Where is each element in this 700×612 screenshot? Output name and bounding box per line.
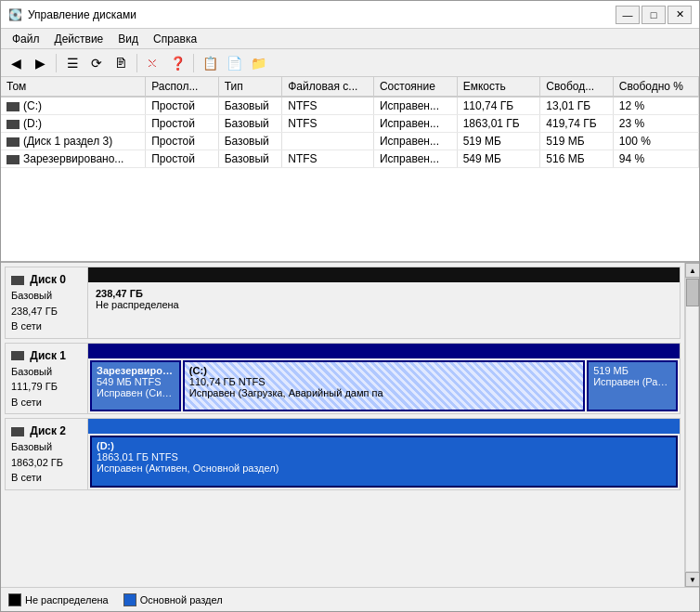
disk-row-disk2: Диск 2 Базовый 1863,02 ГБ В сети (D:) 18…: [5, 418, 681, 490]
partition-disk1-2[interactable]: 519 МБ Исправен (Раздел во: [587, 360, 678, 412]
col-layout[interactable]: Распол...: [146, 77, 218, 97]
bottom-area: Диск 0 Базовый 238,47 ГБ В сети 238,47 Г…: [1, 263, 699, 587]
legend-label-unallocated: Не распределена: [25, 594, 109, 605]
scroll-up-button[interactable]: ▲: [685, 263, 699, 278]
close-button[interactable]: ✕: [668, 6, 692, 24]
disk-type-disk1: Базовый: [11, 364, 82, 380]
tool3-button[interactable]: 📁: [247, 52, 269, 74]
disk-content-disk2: (D:) 1863,01 ГБ NTFS Исправен (Активен, …: [88, 418, 681, 490]
col-status[interactable]: Состояние: [373, 77, 457, 97]
table-row[interactable]: (D:) Простой Базовый NTFS Исправен... 18…: [1, 115, 699, 133]
legend-label-primary: Основной раздел: [140, 594, 223, 605]
cell-name: (Диск 1 раздел 3): [1, 133, 146, 150]
disk-header-bar-disk1: [88, 344, 680, 358]
partition-size-disk1-2: 519 МБ: [593, 365, 671, 376]
disk-type-disk0: Базовый: [11, 288, 82, 304]
disk-panels: Диск 0 Базовый 238,47 ГБ В сети 238,47 Г…: [1, 263, 684, 587]
cell-freepct: 94 %: [613, 150, 698, 168]
forward-button[interactable]: ▶: [29, 52, 51, 74]
disk-type-disk2: Базовый: [11, 439, 82, 455]
partition-status-disk2-0: Исправен (Активен, Основной раздел): [97, 462, 671, 474]
disk-header-bar-disk2: [88, 419, 680, 434]
cell-layout: Простой: [146, 133, 218, 150]
table-row[interactable]: (Диск 1 раздел 3) Простой Базовый Исправ…: [1, 133, 699, 150]
disk-size-disk0: 238,47 ГБ: [11, 304, 82, 319]
show-list-button[interactable]: ☰: [61, 52, 84, 74]
properties-button[interactable]: 🖹: [110, 52, 132, 74]
cell-layout: Простой: [146, 97, 218, 115]
table-row[interactable]: Зарезервировано... Простой Базовый NTFS …: [1, 150, 699, 168]
row-disk-icon: [6, 137, 19, 147]
scroll-down-button[interactable]: ▼: [685, 572, 699, 587]
top-panel: Том Распол... Тип Файловая с... Состояни…: [1, 77, 699, 263]
partition-status-disk1-1: Исправен (Загрузка, Аварийный дамп па: [189, 387, 578, 398]
main-content: Том Распол... Тип Файловая с... Состояни…: [1, 77, 699, 611]
col-type[interactable]: Тип: [218, 77, 282, 97]
help-toolbar-button[interactable]: ❓: [166, 52, 188, 74]
cell-capacity: 110,74 ГБ: [457, 97, 540, 115]
toolbar: ◀ ▶ ☰ ⟳ 🖹 ⛌ ❓ 📋 📄 📁: [1, 49, 699, 77]
disk-size-disk2: 1863,02 ГБ: [11, 455, 82, 471]
menu-help[interactable]: Справка: [146, 31, 204, 47]
window-title: Управление дисками: [28, 8, 136, 21]
disk-status-disk2: В сети: [11, 470, 82, 486]
disk-label-disk1: Диск 1 Базовый 111,79 ГБ В сети: [5, 343, 88, 415]
cell-fs: NTFS: [282, 150, 374, 168]
partition-name-disk1-0: Зарезервировано с...: [97, 365, 175, 376]
toolbar-sep-2: [136, 54, 137, 72]
title-bar-controls: — □ ✕: [616, 6, 692, 24]
vertical-scrollbar[interactable]: ▲ ▼: [684, 263, 699, 587]
table-row[interactable]: (C:) Простой Базовый NTFS Исправен... 11…: [1, 97, 699, 115]
cell-capacity: 1863,01 ГБ: [457, 115, 540, 133]
menu-bar: Файл Действие Вид Справка: [1, 29, 699, 49]
partition-disk0-unallocated[interactable]: 238,47 ГБНе распределена: [88, 282, 680, 338]
col-free[interactable]: Свобод...: [540, 77, 613, 97]
menu-view[interactable]: Вид: [110, 31, 146, 47]
table-header-row: Том Распол... Тип Файловая с... Состояни…: [1, 77, 699, 97]
refresh-button[interactable]: ⟳: [85, 52, 108, 74]
col-capacity[interactable]: Емкость: [457, 77, 540, 97]
minimize-button[interactable]: —: [616, 6, 640, 24]
volumes-table: Том Распол... Тип Файловая с... Состояни…: [1, 77, 699, 168]
disk-status-disk1: В сети: [11, 395, 82, 410]
maximize-button[interactable]: □: [642, 6, 666, 24]
col-freepct[interactable]: Свободно %: [613, 77, 698, 97]
legend-box-primary: [123, 593, 136, 606]
cell-status: Исправен...: [373, 133, 457, 150]
partitions-disk1: Зарезервировано с... 549 МБ NTFS Исправе…: [88, 358, 680, 414]
disk-icon-disk1: [11, 351, 24, 360]
tool1-button[interactable]: 📋: [199, 52, 221, 74]
disk-label-disk2: Диск 2 Базовый 1863,02 ГБ В сети: [5, 418, 88, 490]
cell-status: Исправен...: [373, 115, 457, 133]
disk-size-disk1: 111,79 ГБ: [11, 379, 82, 395]
disk-header-bar-disk0: [88, 267, 680, 282]
disk-name-disk1: Диск 1: [11, 347, 82, 364]
partition-disk1-0[interactable]: Зарезервировано с... 549 МБ NTFS Исправе…: [90, 360, 181, 412]
col-tom[interactable]: Том: [1, 77, 146, 97]
toolbar-sep-1: [56, 54, 57, 72]
partition-size-disk2-0: 1863,01 ГБ NTFS: [97, 451, 671, 462]
scroll-track[interactable]: [685, 278, 699, 572]
cell-type: Базовый: [218, 133, 282, 150]
cell-status: Исправен...: [373, 150, 457, 168]
cell-fs: NTFS: [282, 97, 374, 115]
cell-name: (D:): [1, 115, 146, 133]
title-bar: 💽 Управление дисками — □ ✕: [1, 1, 699, 29]
title-bar-left: 💽 Управление дисками: [8, 8, 136, 21]
disk-icon-disk2: [11, 427, 24, 436]
scroll-thumb[interactable]: [686, 279, 699, 306]
menu-action[interactable]: Действие: [47, 31, 111, 47]
cell-freepct: 23 %: [613, 115, 698, 133]
disk-icon-disk0: [11, 276, 24, 285]
partition-size-disk1-1: 110,74 ГБ NTFS: [189, 376, 578, 387]
col-fs[interactable]: Файловая с...: [282, 77, 374, 97]
back-button[interactable]: ◀: [5, 52, 27, 74]
cell-type: Базовый: [218, 115, 282, 133]
main-window: 💽 Управление дисками — □ ✕ Файл Действие…: [0, 0, 700, 612]
disk-button[interactable]: ⛌: [142, 52, 164, 74]
tool2-button[interactable]: 📄: [223, 52, 245, 74]
row-disk-icon: [6, 155, 19, 164]
partition-disk2-0[interactable]: (D:) 1863,01 ГБ NTFS Исправен (Активен, …: [90, 436, 678, 488]
menu-file[interactable]: Файл: [5, 31, 47, 47]
partition-disk1-1[interactable]: (C:) 110,74 ГБ NTFS Исправен (Загрузка, …: [183, 360, 585, 412]
